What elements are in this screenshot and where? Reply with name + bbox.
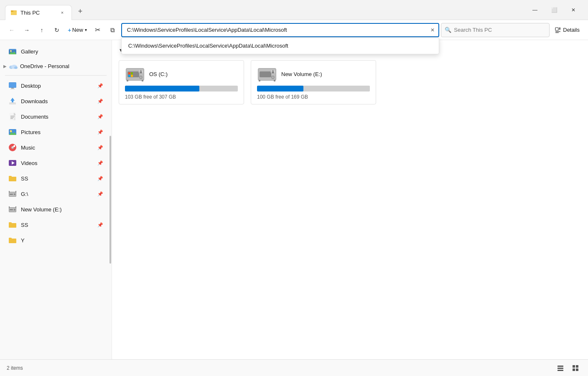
sidebar-item-y[interactable]: Y bbox=[2, 233, 110, 248]
svg-rect-5 bbox=[559, 29, 560, 30]
sidebar-item-gallery[interactable]: Gallery bbox=[2, 44, 110, 59]
onedrive-expand-arrow: ▶ bbox=[3, 64, 7, 69]
up-button[interactable]: ↑ bbox=[35, 23, 48, 37]
pictures-label: Pictures bbox=[21, 129, 93, 135]
svg-point-28 bbox=[10, 130, 12, 132]
svg-rect-1 bbox=[11, 11, 17, 15]
tab-icon bbox=[10, 9, 17, 16]
close-button[interactable]: ✕ bbox=[564, 3, 583, 17]
svg-point-14 bbox=[14, 66, 18, 69]
ss2-pin-icon: 📌 bbox=[97, 222, 103, 228]
sidebar-item-newvolume[interactable]: New Volume (E:) bbox=[2, 202, 110, 217]
grid-view-button[interactable] bbox=[570, 362, 581, 374]
autocomplete-item[interactable]: C:\Windows\ServiceProfiles\LocalService\… bbox=[122, 39, 439, 52]
svg-point-68 bbox=[272, 76, 274, 78]
sidebar-item-downloads[interactable]: Downloads 📌 bbox=[2, 94, 110, 109]
details-button[interactable]: Details bbox=[551, 23, 583, 37]
svg-rect-26 bbox=[10, 118, 13, 119]
minimize-button[interactable]: — bbox=[525, 3, 545, 17]
drive-item-c[interactable]: OS (C:) 103 GB free of 307 GB bbox=[119, 60, 244, 104]
drive-c-icon bbox=[125, 65, 145, 83]
svg-rect-77 bbox=[576, 368, 578, 371]
svg-rect-76 bbox=[573, 368, 575, 371]
desktop-pin-icon: 📌 bbox=[97, 83, 103, 89]
gallery-icon bbox=[8, 47, 17, 56]
address-clear-button[interactable]: ✕ bbox=[428, 26, 437, 34]
documents-icon bbox=[8, 112, 17, 121]
address-bar-input[interactable] bbox=[121, 23, 439, 37]
svg-rect-7 bbox=[555, 32, 559, 33]
sidebar-item-videos[interactable]: Videos 📌 bbox=[2, 155, 110, 170]
svg-rect-71 bbox=[557, 366, 563, 367]
svg-rect-53 bbox=[131, 75, 133, 77]
music-icon bbox=[8, 143, 17, 152]
sidebar-scrollbar[interactable] bbox=[109, 40, 112, 359]
svg-rect-25 bbox=[10, 117, 14, 118]
sidebar-item-ss[interactable]: SS 📌 bbox=[2, 171, 110, 186]
sidebar-item-desktop[interactable]: Desktop 📌 bbox=[2, 78, 110, 93]
svg-rect-45 bbox=[9, 206, 10, 208]
view-controls bbox=[555, 362, 581, 374]
videos-pin-icon: 📌 bbox=[97, 160, 103, 166]
new-dropdown-arrow: ▾ bbox=[85, 28, 87, 32]
sidebar-item-pictures[interactable]: Pictures 📌 bbox=[2, 124, 110, 140]
svg-rect-24 bbox=[10, 116, 15, 117]
svg-rect-40 bbox=[15, 191, 16, 193]
drive-e-name: New Volume (E:) bbox=[281, 71, 322, 77]
pictures-pin-icon: 📌 bbox=[97, 130, 103, 135]
search-icon: 🔍 bbox=[445, 27, 451, 33]
list-view-button[interactable] bbox=[555, 362, 566, 374]
sidebar: Gallery ▶ OneDrive - Personal bbox=[0, 40, 112, 359]
sidebar-item-music[interactable]: Music 📌 bbox=[2, 140, 110, 155]
ss2-folder-icon bbox=[8, 221, 17, 229]
cut-button[interactable]: ✂ bbox=[91, 23, 104, 37]
title-bar: This PC × + — ⬜ ✕ bbox=[0, 0, 588, 20]
sidebar-scrollbar-thumb bbox=[109, 136, 111, 264]
svg-rect-44 bbox=[10, 209, 13, 210]
search-input[interactable] bbox=[454, 27, 546, 33]
g-label: G:\ bbox=[21, 191, 93, 197]
y-label: Y bbox=[21, 237, 103, 244]
maximize-button[interactable]: ⬜ bbox=[545, 3, 564, 17]
drive-e-info: New Volume (E:) bbox=[281, 71, 322, 77]
refresh-button[interactable]: ↻ bbox=[50, 23, 64, 37]
tab-label: This PC bbox=[20, 10, 55, 16]
sidebar-divider-1 bbox=[5, 75, 107, 76]
svg-rect-39 bbox=[9, 191, 10, 193]
forward-button[interactable]: → bbox=[20, 23, 33, 37]
items-count: 2 items bbox=[7, 365, 23, 371]
search-bar: 🔍 bbox=[441, 23, 550, 37]
drive-c-progress-bg bbox=[125, 86, 238, 91]
svg-rect-17 bbox=[11, 88, 14, 89]
desktop-icon bbox=[8, 81, 17, 90]
newvolume-drive-icon bbox=[8, 205, 17, 213]
drive-c-header: OS (C:) bbox=[125, 65, 238, 83]
drive-c-info: OS (C:) bbox=[149, 71, 168, 77]
svg-point-58 bbox=[140, 76, 142, 78]
svg-rect-22 bbox=[10, 113, 14, 120]
drive-e-progress-fill bbox=[257, 86, 303, 91]
pictures-icon bbox=[8, 128, 17, 136]
drive-item-e[interactable]: New Volume (E:) 100 GB free of 169 GB bbox=[251, 60, 376, 104]
address-bar-container: ✕ C:\Windows\ServiceProfiles\LocalServic… bbox=[121, 23, 439, 37]
new-tab-button[interactable]: + bbox=[74, 5, 87, 18]
copy-button[interactable]: ⧉ bbox=[106, 23, 120, 37]
svg-rect-74 bbox=[573, 365, 575, 368]
sidebar-item-documents[interactable]: Documents 📌 bbox=[2, 109, 110, 124]
autocomplete-dropdown: C:\Windows\ServiceProfiles\LocalService\… bbox=[121, 37, 439, 54]
svg-rect-19 bbox=[9, 102, 16, 104]
drive-e-progress-bg bbox=[257, 86, 370, 91]
new-button[interactable]: + New ▾ bbox=[65, 23, 89, 37]
gallery-label: Gallery bbox=[21, 48, 103, 55]
sidebar-item-onedrive[interactable]: ▶ OneDrive - Personal bbox=[2, 59, 110, 73]
svg-rect-59 bbox=[127, 80, 128, 81]
drive-c-size: 103 GB free of 307 GB bbox=[125, 94, 238, 100]
svg-rect-32 bbox=[14, 145, 15, 147]
drive-c-name: OS (C:) bbox=[149, 71, 168, 77]
drive-c-progress-fill bbox=[125, 86, 199, 91]
tab-this-pc[interactable]: This PC × bbox=[5, 5, 72, 20]
back-button[interactable]: ← bbox=[5, 23, 18, 37]
tab-close-button[interactable]: × bbox=[58, 8, 66, 17]
sidebar-item-g[interactable]: G:\ 📌 bbox=[2, 186, 110, 201]
sidebar-item-ss2[interactable]: SS 📌 bbox=[2, 217, 110, 232]
